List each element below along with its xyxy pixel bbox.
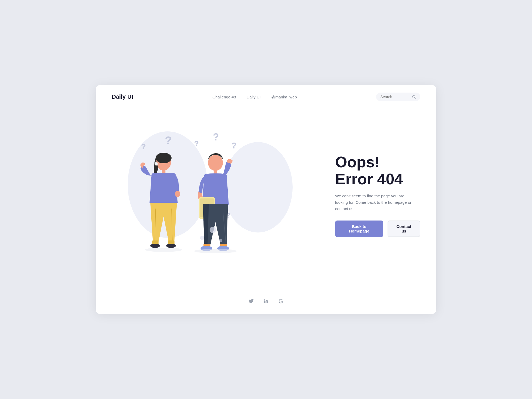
error-title-line1: Oops! <box>335 153 380 171</box>
right-content: Oops! Error 404 We can't seem to find th… <box>319 153 420 237</box>
illustration-area: ? ? ? ? ? ? ? ? <box>112 126 319 264</box>
back-to-homepage-button[interactable]: Back to Homepage <box>335 221 383 237</box>
error-title: Oops! Error 404 <box>335 153 420 188</box>
error-title-line2: Error 404 <box>335 170 403 188</box>
svg-point-6 <box>175 191 180 197</box>
main-content: ? ? ? ? ? ? ? ? <box>96 109 436 293</box>
svg-line-1 <box>415 98 415 98</box>
button-group: Back to Homepage Contact us <box>335 221 420 237</box>
nav-item-challenge[interactable]: Challenge #8 <box>213 95 236 99</box>
svg-rect-10 <box>168 240 174 244</box>
logo: Daily UI <box>112 93 133 100</box>
svg-point-12 <box>166 244 176 248</box>
contact-us-button[interactable]: Contact us <box>388 221 420 237</box>
search-input[interactable] <box>380 95 410 99</box>
page-wrapper: Daily UI Challenge #8 Daily UI @manka_we… <box>96 85 436 314</box>
search-bar[interactable] <box>376 93 420 101</box>
header: Daily UI Challenge #8 Daily UI @manka_we… <box>96 85 436 109</box>
svg-rect-9 <box>152 240 159 244</box>
svg-point-14 <box>227 159 232 163</box>
svg-point-11 <box>150 244 160 248</box>
svg-point-26 <box>200 236 204 240</box>
svg-point-4 <box>155 162 158 165</box>
svg-point-23 <box>145 248 182 252</box>
footer <box>96 293 436 314</box>
linkedin-icon[interactable] <box>263 298 269 304</box>
twitter-icon[interactable] <box>248 298 254 304</box>
main-nav: Challenge #8 Daily UI @manka_web <box>213 95 297 99</box>
svg-point-25 <box>210 227 216 233</box>
nav-item-social[interactable]: @manka_web <box>271 95 297 99</box>
characters-illustration <box>112 131 261 264</box>
nav-item-daily-ui[interactable]: Daily UI <box>247 95 261 99</box>
search-icon <box>412 95 416 99</box>
svg-point-13 <box>208 155 223 171</box>
google-icon[interactable] <box>278 298 284 304</box>
svg-point-24 <box>194 249 237 253</box>
svg-point-27 <box>219 239 222 242</box>
svg-point-28 <box>264 299 265 300</box>
error-description: We can't seem to find the page you are l… <box>335 193 415 212</box>
